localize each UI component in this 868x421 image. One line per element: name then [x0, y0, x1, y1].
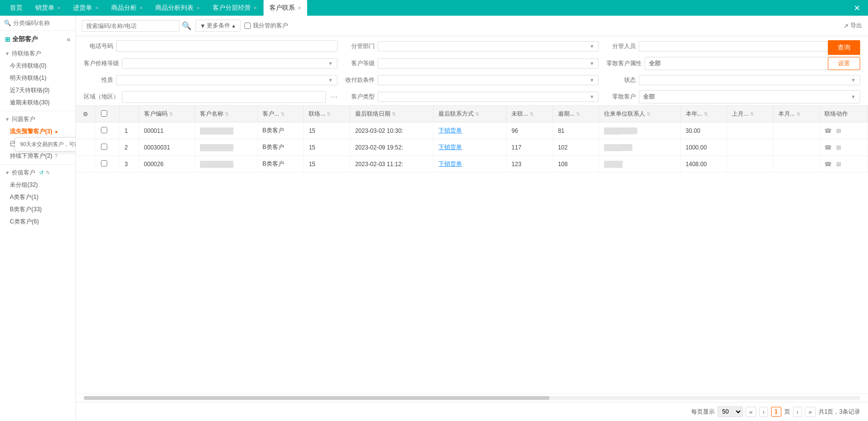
filter-phone-input[interactable] — [116, 40, 338, 52]
tab-purchase-order[interactable]: 进货单 × — [67, 0, 104, 16]
filter-nature: 性质 ▼ — [84, 75, 338, 85]
th-last-month[interactable]: 上月...⇅ — [727, 106, 773, 123]
action-grid-icon-2[interactable]: ⊞ — [836, 161, 841, 168]
th-settings[interactable]: ⚙ — [76, 106, 96, 123]
filter-price-tier-select[interactable]: ▼ — [122, 58, 338, 69]
filter-status-select[interactable]: ▼ — [639, 75, 860, 85]
sidebar-item-today-pending[interactable]: 今天待联络(0) — [0, 60, 75, 72]
td-last-contact-type-2[interactable]: 下销货单 — [434, 156, 506, 173]
prev-page-btn[interactable]: ‹ — [759, 407, 768, 417]
td-overdue-0: 81 — [553, 123, 599, 139]
sidebar-search-input[interactable] — [13, 20, 76, 26]
next-page-btn[interactable]: › — [793, 407, 802, 417]
th-contact[interactable]: 联络...⇅ — [304, 106, 350, 123]
th-company-contact[interactable]: 往来单位联系人⇅ — [599, 106, 680, 123]
per-page-select[interactable]: 50 100 200 — [718, 406, 743, 417]
search-input[interactable] — [82, 20, 180, 32]
td-checkbox-2[interactable] — [96, 156, 120, 173]
tab-home[interactable]: 首页 — [4, 0, 28, 16]
sidebar-group-problem[interactable]: ▼ 问题客户 — [0, 113, 75, 125]
th-code[interactable]: 客户编码⇅ — [139, 106, 195, 123]
action-grid-icon-0[interactable]: ⊞ — [836, 127, 841, 134]
my-customers-checkbox[interactable] — [244, 23, 251, 29]
close-tab-sales-order[interactable]: × — [57, 5, 60, 11]
th-last-contact-date[interactable]: 最后联络日期⇅ — [350, 106, 434, 123]
close-tab-customer-segmentation[interactable]: × — [254, 5, 257, 11]
tab-product-analysis-list[interactable]: 商品分析列表 × — [149, 0, 205, 16]
filter-status: 状态 ▼ — [606, 75, 860, 85]
sidebar-item-declining[interactable]: 持续下滑客户(2) ? — [0, 150, 75, 162]
close-tab-customer-contact[interactable]: × — [298, 5, 301, 11]
last-page-btn[interactable]: » — [805, 407, 815, 417]
tab-sales-order[interactable]: 销货单 × — [29, 0, 66, 16]
sidebar-item-churn-warning[interactable]: 流失预警客户(3) ● — [0, 125, 75, 138]
sidebar-item-overdue-pending[interactable]: 逾期未联络(30) — [0, 97, 75, 109]
chevron-down-icon-status: ▼ — [851, 77, 856, 83]
filter-nature-select[interactable]: ▼ — [116, 75, 338, 85]
tab-customer-contact[interactable]: 客户联系 × — [264, 0, 307, 16]
edit-icon[interactable]: ✎ — [46, 170, 50, 176]
close-tab-product-analysis[interactable]: × — [140, 5, 143, 11]
td-last-contact-type-0[interactable]: 下销货单 — [434, 123, 506, 139]
total-info: 共1页，3条记录 — [819, 408, 860, 416]
export-btn[interactable]: ↗ 导出 — [844, 22, 862, 30]
th-type[interactable]: 客户...⇅ — [257, 106, 304, 123]
td-checkbox-1[interactable] — [96, 139, 120, 156]
chevron-down-icon-payment: ▼ — [589, 77, 594, 83]
my-customers-toggle[interactable]: 我分管的客户 — [244, 22, 288, 30]
td-last-month-0 — [727, 123, 773, 139]
sidebar-item-ungrouped[interactable]: 未分组(32) — [0, 179, 75, 191]
td-last-month-2 — [727, 156, 773, 173]
more-conditions-btn[interactable]: ▼ 更多条件 ▲ — [195, 20, 241, 32]
tab-customer-segmentation[interactable]: 客户分层经营 × — [207, 0, 263, 16]
th-name[interactable]: 客户名称⇅ — [195, 106, 257, 123]
td-name-0: ████████ — [195, 123, 257, 139]
select-all-checkbox[interactable] — [101, 110, 107, 117]
sidebar-group-pending[interactable]: ▼ 待联络客户 — [0, 48, 75, 60]
table-row: 3 000026 ████████ B类客户 15 2023-02-03 11:… — [76, 156, 868, 173]
sidebar-search-area: 🔍 — [0, 16, 75, 31]
th-this-month[interactable]: 本月...⇅ — [773, 106, 820, 123]
sidebar-group-value[interactable]: ▼ 价值客户 ↺ ✎ — [0, 167, 75, 179]
search-button[interactable]: 🔍 — [182, 21, 192, 30]
toolbar: 🔍 ▼ 更多条件 ▲ 我分管的客户 ↗ 导出 — [76, 16, 868, 36]
action-phone-icon-0[interactable]: ☎ — [824, 127, 832, 134]
query-button[interactable]: 查询 — [828, 40, 860, 55]
sidebar-item-class-c[interactable]: C类客户(6) — [0, 216, 75, 228]
sidebar-item-7days-pending[interactable]: 近7天待联络(0) — [0, 84, 75, 97]
filter-customer-tier: 客户等级 ▼ — [345, 57, 599, 70]
filter-region-input[interactable] — [122, 91, 326, 103]
th-overdue[interactable]: 逾期...⇅ — [553, 106, 599, 123]
action-grid-icon-1[interactable]: ⊞ — [836, 144, 841, 151]
close-tab-product-analysis-list[interactable]: × — [196, 5, 199, 11]
sidebar-collapse-btn[interactable]: « — [67, 35, 71, 43]
settings-button[interactable]: 设置 — [828, 57, 860, 70]
td-type-1: B类客户 — [257, 139, 304, 156]
window-close-btn[interactable]: ✕ — [850, 3, 864, 13]
td-action-2[interactable]: ☎ ⊞ — [820, 156, 868, 173]
filter-manager-select[interactable]: ▼ — [639, 41, 848, 51]
td-action-1[interactable]: ☎ ⊞ — [820, 139, 868, 156]
td-last-contact-type-1[interactable]: 下销货单 — [434, 139, 506, 156]
sidebar-item-tomorrow-pending[interactable]: 明天待联络(1) — [0, 72, 75, 84]
filter-customer-tier-select[interactable]: ▼ — [378, 58, 599, 69]
close-tab-purchase-order[interactable]: × — [95, 5, 98, 11]
filter-dept-select[interactable]: ▼ — [378, 41, 599, 51]
action-phone-icon-1[interactable]: ☎ — [824, 144, 832, 151]
filter-customer-type-select[interactable]: ▼ — [378, 92, 599, 102]
refresh-icon[interactable]: ↺ — [39, 170, 44, 176]
sidebar-item-class-a[interactable]: A类客户(1) — [0, 191, 75, 203]
filter-retail-customer-select[interactable]: 全部 ▼ — [639, 90, 860, 103]
td-action-0[interactable]: ☎ ⊞ — [820, 123, 868, 139]
action-phone-icon-2[interactable]: ☎ — [824, 161, 832, 168]
td-name-2: ████████ — [195, 156, 257, 173]
sidebar-item-class-b[interactable]: B类客户(33) — [0, 203, 75, 216]
th-not-contacted[interactable]: 未联...⇅ — [506, 106, 553, 123]
filter-payment-select[interactable]: ▼ — [378, 75, 599, 85]
first-page-btn[interactable]: « — [746, 407, 756, 417]
th-this-year[interactable]: 本年...⇅ — [680, 106, 727, 123]
td-checkbox-0[interactable] — [96, 123, 120, 139]
th-last-contact-type[interactable]: 最后联系方式⇅ — [434, 106, 506, 123]
tab-product-analysis[interactable]: 商品分析 × — [105, 0, 148, 16]
filter-region-dots[interactable]: ⋯ — [331, 93, 338, 101]
